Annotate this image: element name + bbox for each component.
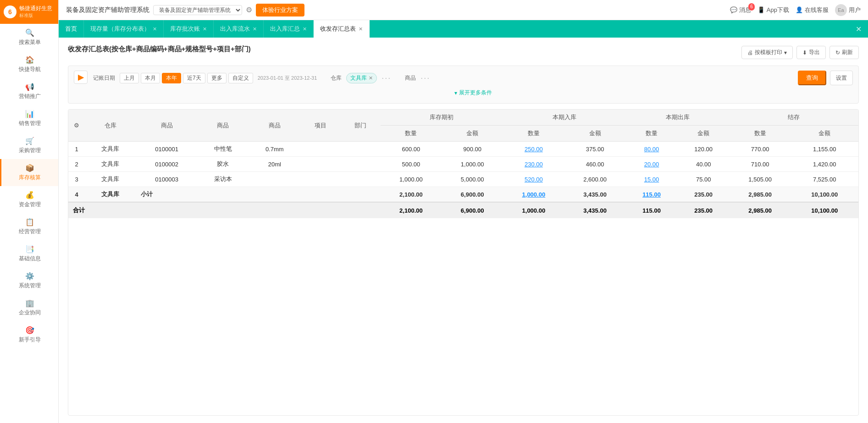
row-out-amt: 120.00 [678, 142, 730, 157]
date-7days[interactable]: 近7天 [183, 73, 205, 83]
subtotal-open-qty: 2,100.00 [381, 187, 442, 203]
app-download-button[interactable]: 📱 App下载 [757, 6, 789, 14]
sidebar-item-basic-label: 基础信息 [19, 255, 41, 263]
row-open-amt: 900.00 [442, 142, 503, 157]
sidebar-item-inventory-label: 库存核算 [19, 174, 41, 181]
row-seq: 1 [68, 142, 85, 157]
service-icon: 👤 [796, 6, 803, 13]
tab-inout-summary[interactable]: 出入库汇总 ✕ [264, 20, 314, 38]
expand-conditions-button[interactable]: ▾ 展开更多条件 [454, 89, 492, 97]
col-project-header: 项目 [300, 110, 340, 142]
row-dept [340, 157, 380, 172]
sidebar-item-search[interactable]: 🔍 搜索菜单 [0, 24, 58, 51]
date-this-year[interactable]: 本年 [162, 73, 181, 83]
subtotal-warehouse: 文具库 [85, 187, 136, 203]
tab-inventory-dist-close[interactable]: ✕ [153, 26, 157, 32]
tab-inout-flow-close[interactable]: ✕ [253, 26, 257, 32]
row-warehouse: 文具库 [85, 157, 136, 172]
tab-recv-send[interactable]: 收发存汇总表 ✕ [314, 20, 370, 38]
query-button[interactable]: 查询 [798, 71, 826, 85]
data-table-wrap: ⚙ 仓库 商品 商品 商品 项目 部门 库存期初 本期入库 本期出库 结存 [68, 109, 859, 416]
row-open-amt: 1,000.00 [442, 157, 503, 172]
tab-recv-send-close[interactable]: ✕ [359, 26, 363, 32]
tabbar-close-all[interactable]: ✕ [849, 25, 868, 33]
table-gear-icon[interactable]: ⚙ [74, 122, 79, 129]
col-bal-amt-header: 金额 [791, 126, 859, 142]
col-open-qty-header: 数量 [381, 126, 442, 142]
basic-icon: 📑 [25, 245, 34, 253]
subtotal-out-qty[interactable]: 115.00 [625, 187, 677, 203]
date-custom[interactable]: 自定义 [228, 73, 253, 83]
export-icon: ⬇ [802, 49, 807, 56]
system-selector[interactable]: 装备及固定资产辅助管理系统 [153, 5, 242, 15]
sidebar-item-purchase-label: 采购管理 [19, 147, 41, 154]
date-this-month[interactable]: 本月 [141, 73, 160, 83]
row-warehouse: 文具库 [85, 142, 136, 157]
sidebar-item-inventory[interactable]: 📦 库存核算 [0, 159, 58, 186]
sidebar-item-purchase[interactable]: 🛒 采购管理 [0, 132, 58, 159]
tab-batch-close[interactable]: ✕ [203, 26, 207, 32]
tab-inout-summary-close[interactable]: ✕ [303, 26, 307, 32]
col-bal-qty-header: 数量 [730, 126, 791, 142]
settings-button[interactable]: 设置 [830, 71, 853, 85]
online-service-button[interactable]: 👤 在线客服 [796, 6, 829, 14]
warehouse-filter-dots[interactable]: ··· [381, 73, 391, 83]
tab-home[interactable]: 首页 [59, 20, 84, 38]
refresh-icon: ↻ [835, 49, 840, 56]
table-footer: 合计 2,100.00 6,900.00 1,000.00 3,435.00 1… [68, 202, 858, 218]
subtotal-seq: 4 [68, 187, 85, 203]
tab-batch[interactable]: 库存批次账 ✕ [164, 20, 214, 38]
tab-inventory-dist[interactable]: 现存量（库存分布表） ✕ [84, 20, 164, 38]
settings-gear-icon[interactable]: ⚙ [246, 5, 252, 14]
sidebar-item-system[interactable]: ⚙️ 系统管理 [0, 267, 58, 294]
subtotal-in-qty[interactable]: 1,000.00 [503, 187, 564, 203]
print-button[interactable]: 🖨 按模板打印 ▾ [741, 46, 793, 59]
row-warehouse: 文具库 [85, 172, 136, 187]
subtotal-bal-qty: 2,985.00 [730, 187, 791, 203]
sidebar: 6 畅捷通好生意 标准版 🔍 搜索菜单 🏠 快捷导航 📢 营销推广 📊 销售管理… [0, 0, 59, 423]
sidebar-item-finance[interactable]: 💰 资金管理 [0, 186, 58, 213]
row-in-qty[interactable]: 250.00 [503, 142, 564, 157]
filter-row: 记账日期 上月 本月 本年 近7天 更多 自定义 2023-01-01 至 20… [93, 71, 853, 85]
export-button[interactable]: ⬇ 导出 [796, 46, 826, 59]
sidebar-item-finance-label: 资金管理 [19, 201, 41, 209]
total-bal-amt: 10,100.00 [791, 202, 859, 218]
col-name-header: 商品 [197, 110, 249, 142]
row-out-amt: 75.00 [678, 172, 730, 187]
subtotal-open-amt: 6,900.00 [442, 187, 503, 203]
sidebar-item-sales[interactable]: 📊 销售管理 [0, 105, 58, 132]
filter-toggle-button[interactable]: ▶ [74, 71, 88, 84]
row-in-qty[interactable]: 520.00 [503, 172, 564, 187]
online-service-label: 在线客服 [805, 6, 829, 14]
subtotal-out-amt: 235.00 [678, 187, 730, 203]
sidebar-item-operations[interactable]: 📋 经营管理 [0, 213, 58, 240]
row-out-qty[interactable]: 80.00 [625, 142, 677, 157]
col-balance-header: 结存 [730, 110, 858, 126]
message-icon: 💬 [730, 6, 737, 13]
total-row: 合计 2,100.00 6,900.00 1,000.00 3,435.00 1… [68, 202, 858, 218]
date-range-text: 2023-01-01 至 2023-12-31 [258, 75, 317, 82]
warehouse-tag-close[interactable]: ✕ [369, 75, 373, 81]
sidebar-item-enterprise[interactable]: 🏢 企业协同 [0, 294, 58, 321]
sidebar-item-basic[interactable]: 📑 基础信息 [0, 240, 58, 267]
row-out-qty[interactable]: 20.00 [625, 157, 677, 172]
tab-inout-flow[interactable]: 出入库流水 ✕ [214, 20, 264, 38]
row-out-qty[interactable]: 15.00 [625, 172, 677, 187]
row-in-qty[interactable]: 230.00 [503, 157, 564, 172]
row-spec: 0.7mm [249, 142, 300, 157]
date-last-month[interactable]: 上月 [120, 73, 139, 83]
trial-button[interactable]: 体验行业方案 [256, 4, 304, 16]
refresh-button[interactable]: ↻ 刷新 [829, 46, 859, 59]
goods-filter-dots[interactable]: ··· [420, 73, 430, 83]
row-open-amt: 5,000.00 [442, 172, 503, 187]
sidebar-item-quick[interactable]: 🏠 快捷导航 [0, 51, 58, 78]
user-menu[interactable]: Ea 用户 [835, 4, 861, 16]
message-button[interactable]: 💬 6 消息 [730, 6, 751, 14]
sidebar-item-newbie[interactable]: 🎯 新手引导 [0, 321, 58, 348]
row-bal-amt: 1,155.00 [791, 142, 859, 157]
home-icon: 🏠 [25, 55, 34, 64]
date-more[interactable]: 更多 [207, 73, 227, 83]
tab-batch-label: 库存批次账 [170, 25, 200, 33]
sidebar-item-marketing[interactable]: 📢 营销推广 [0, 78, 58, 105]
data-table: ⚙ 仓库 商品 商品 商品 项目 部门 库存期初 本期入库 本期出库 结存 [68, 110, 858, 218]
